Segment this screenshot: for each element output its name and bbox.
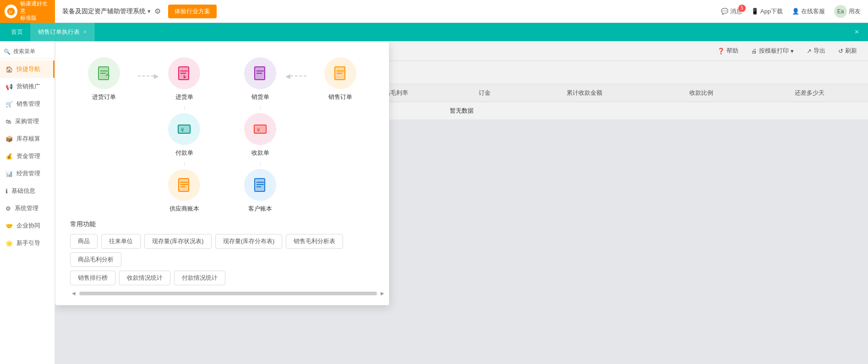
func-btn-payment-stats[interactable]: 付款情况统计 [174, 271, 225, 285]
arrow-down-receipt: ↓ [259, 160, 262, 166]
scroll-right-arrow[interactable]: ▶ [379, 291, 386, 296]
tab-sales-order[interactable]: 销售订单执行表 × [31, 23, 94, 41]
purchase-order-label: 进货订单 [92, 93, 116, 101]
guide-icon: 🌟 [5, 240, 13, 247]
sidebar-item-info[interactable]: ℹ 基础信息 [0, 182, 55, 200]
supplier-ledger-label: 供应商账本 [169, 205, 199, 213]
enterprise-icon: 🤝 [5, 223, 13, 229]
flow-item-payment[interactable]: ¥ 付款单 [168, 113, 200, 157]
info-icon: ℹ [5, 188, 8, 195]
func-btn-product-gross[interactable]: 商品毛利分析 [70, 252, 121, 267]
sales-order-icon [324, 57, 356, 89]
logo-text: 畅康通好生意 标准版 [20, 0, 50, 22]
purchase-icon: 🛍 [5, 118, 11, 125]
common-functions-title: 常用功能 [70, 220, 374, 228]
arrow-down-purchase: ↓ [183, 104, 186, 110]
payment-icon: ¥ [168, 113, 200, 145]
home-icon: 🏠 [5, 66, 13, 73]
sales-icon [244, 57, 276, 89]
popup-overlay[interactable]: 进货订单 ▶ 进货单 [55, 41, 868, 364]
marketing-icon: 📢 [5, 83, 13, 90]
sidebar-item-system[interactable]: ⚙ 系统管理 [0, 200, 55, 217]
flow-item-supplier-ledger[interactable]: 供应商账本 [168, 169, 200, 213]
flow-item-receipt[interactable]: ¥ 收款单 [244, 113, 276, 157]
func-btn-receipt-stats[interactable]: 收款情况统计 [119, 271, 170, 285]
popup-scrollbar: ◀ ▶ [70, 291, 374, 296]
flow-item-purchase-order[interactable]: 进货订单 [88, 57, 120, 101]
func-btn-inventory-dist[interactable]: 现存量(库存分布表) [215, 234, 283, 249]
scrollbar-thumb [79, 292, 377, 295]
app-title: 装备及固定资产辅助管理系统 [62, 7, 146, 16]
nav-tabs: 首页 销售订单执行表 × × [0, 23, 868, 41]
func-btn-partner[interactable]: 往来单位 [101, 234, 141, 249]
sidebar-item-operation[interactable]: 📊 经营管理 [0, 165, 55, 182]
svg-text:好: 好 [9, 10, 12, 14]
sidebar-item-quicknav[interactable]: 🏠 快捷导航 [0, 60, 55, 78]
search-icon: 🔍 [4, 49, 11, 55]
customer-ledger-icon [244, 169, 276, 201]
common-functions: 常用功能 商品 往来单位 现存量(库存状况表) 现存量(库存分布表) 销售毛利分… [70, 220, 374, 285]
download-icon: 📱 [751, 8, 759, 15]
sidebar-search[interactable]: 🔍 搜索菜单 [0, 45, 55, 59]
flow-item-sales-order[interactable]: 销售订单 [324, 57, 356, 101]
service-icon: 👤 [792, 8, 799, 15]
func-btn-sales-rank[interactable]: 销售排行榜 [70, 271, 115, 285]
tab-close-icon[interactable]: × [83, 29, 87, 35]
func-btn-product[interactable]: 商品 [70, 234, 98, 249]
sales-order-label: 销售订单 [328, 93, 352, 101]
func-btn-inventory-status[interactable]: 现存量(库存状况表) [144, 234, 212, 249]
message-button[interactable]: 💬 消息 5 [721, 7, 742, 16]
svg-rect-22 [254, 125, 266, 133]
sidebar-item-guide[interactable]: 🌟 新手引导 [0, 234, 55, 252]
operation-icon: 📊 [5, 170, 13, 177]
svg-rect-10 [178, 125, 190, 133]
payment-label: 付款单 [175, 149, 193, 157]
function-btns-row2: 销售排行榜 收款情况统计 付款情况统计 [70, 271, 374, 285]
avatar: Ea [834, 5, 847, 18]
sidebar-item-finance[interactable]: 💰 资金管理 [0, 147, 55, 165]
sidebar-item-marketing[interactable]: 📢 营销推广 [0, 78, 55, 95]
header-right: 💬 消息 5 📱 App下载 👤 在线客服 Ea 用友 [721, 5, 861, 18]
function-btns-row1: 商品 往来单位 现存量(库存状况表) 现存量(库存分布表) 销售毛利分析表 商品… [70, 234, 374, 267]
user-menu[interactable]: Ea 用友 [834, 5, 861, 18]
flow-item-sales[interactable]: 销货单 [244, 57, 276, 101]
purchase-order-icon [88, 57, 120, 89]
dropdown-icon[interactable]: ▾ [147, 8, 151, 15]
logo-area: 好 畅康通好生意 标准版 [0, 0, 55, 23]
sales-icon: 🛒 [5, 101, 13, 108]
flow-item-purchase[interactable]: 进货单 [168, 57, 200, 101]
sidebar-item-inventory[interactable]: 📦 库存核算 [0, 130, 55, 147]
purchase-label: 进货单 [175, 93, 193, 101]
system-icon: ⚙ [5, 205, 11, 212]
content-area: ❓ 帮助 🖨 按模板打印 ▾ ↗ 导出 ↺ 刷新 📅 单据状态 [55, 41, 868, 364]
sidebar-item-enterprise[interactable]: 🤝 企业协同 [0, 217, 55, 234]
top-header: 好 畅康通好生意 标准版 装备及固定资产辅助管理系统 ▾ ⚙ 体验行业方案 💬 … [0, 0, 868, 23]
svg-text:¥: ¥ [257, 127, 260, 133]
arrow-down-sales: ↓ [259, 104, 262, 110]
scroll-left-arrow[interactable]: ◀ [70, 291, 77, 296]
gear-icon[interactable]: ⚙ [154, 7, 161, 16]
try-button[interactable]: 体验行业方案 [168, 5, 217, 18]
customer-ledger-label: 客户账本 [248, 205, 272, 213]
sidebar-item-purchase[interactable]: 🛍 采购管理 [0, 113, 55, 130]
inventory-icon: 📦 [5, 136, 13, 142]
arrow-down-payment: ↓ [183, 160, 186, 166]
sales-label: 销货单 [251, 93, 269, 101]
supplier-ledger-icon [168, 169, 200, 201]
tab-home[interactable]: 首页 [4, 23, 31, 41]
logo-icon: 好 [5, 5, 17, 18]
message-badge: 5 [738, 5, 746, 12]
online-service-button[interactable]: 👤 在线客服 [792, 7, 825, 16]
message-icon: 💬 [721, 8, 728, 15]
purchase-icon [168, 57, 200, 89]
main-area: 🔍 搜索菜单 🏠 快捷导航 📢 营销推广 🛒 销售管理 🛍 采购管理 📦 库存核… [0, 41, 868, 364]
app-download-button[interactable]: 📱 App下载 [751, 7, 783, 16]
sidebar: 🔍 搜索菜单 🏠 快捷导航 📢 营销推广 🛒 销售管理 🛍 采购管理 📦 库存核… [0, 41, 55, 364]
scrollbar-track[interactable] [79, 292, 377, 295]
close-all-tabs[interactable]: × [849, 28, 864, 36]
sidebar-item-sales[interactable]: 🛒 销售管理 [0, 95, 55, 113]
flow-item-customer-ledger[interactable]: 客户账本 [244, 169, 276, 213]
receipt-icon: ¥ [244, 113, 276, 145]
receipt-label: 收款单 [251, 149, 269, 157]
func-btn-sales-gross[interactable]: 销售毛利分析表 [286, 234, 343, 249]
